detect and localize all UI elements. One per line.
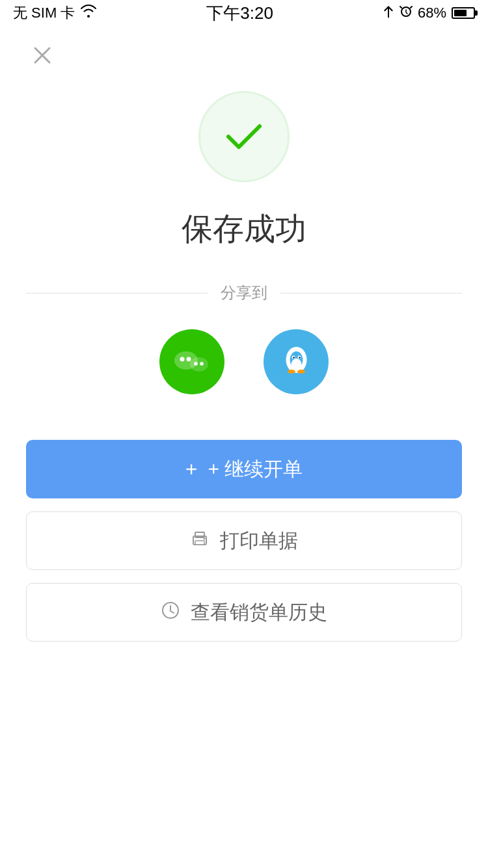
plus-icon: + (185, 457, 198, 481)
status-left: 无 SIM 卡 (13, 3, 97, 23)
wifi-icon (80, 5, 97, 21)
share-divider: 分享到 (26, 282, 462, 303)
battery-percent: 68% (418, 5, 446, 21)
svg-point-5 (187, 357, 191, 362)
sim-status: 无 SIM 卡 (13, 3, 75, 23)
svg-point-17 (297, 370, 305, 373)
action-buttons: + + 继续开单 打印单据 查看销货单历 (26, 440, 462, 642)
svg-rect-21 (195, 541, 204, 545)
divider-line-right (280, 293, 462, 293)
svg-point-4 (180, 357, 185, 362)
svg-point-22 (204, 537, 206, 539)
status-time: 下午3:20 (206, 2, 273, 25)
location-icon (383, 5, 394, 21)
print-button[interactable]: 打印单据 (26, 511, 462, 570)
svg-point-16 (288, 370, 295, 373)
svg-point-18 (291, 359, 301, 370)
status-bar: 无 SIM 卡 下午3:20 68% (0, 0, 488, 26)
share-label: 分享到 (221, 282, 267, 303)
alarm-icon (400, 5, 413, 21)
success-icon-circle (198, 91, 290, 182)
status-right: 68% (383, 5, 475, 21)
print-icon (190, 529, 210, 553)
svg-point-7 (194, 362, 198, 366)
svg-point-8 (200, 362, 204, 366)
continue-order-button[interactable]: + + 继续开单 (26, 440, 462, 498)
divider-line-left (26, 293, 208, 293)
history-icon (161, 601, 180, 625)
history-label: 查看销货单历史 (191, 599, 327, 626)
success-title: 保存成功 (182, 208, 306, 250)
share-icons (159, 329, 329, 394)
svg-point-14 (299, 357, 300, 358)
battery-icon (452, 7, 475, 19)
qq-share-button[interactable] (264, 329, 329, 394)
continue-order-label: + 继续开单 (208, 456, 303, 483)
history-button[interactable]: 查看销货单历史 (26, 583, 462, 642)
svg-point-6 (190, 357, 208, 372)
print-label: 打印单据 (220, 528, 298, 554)
svg-point-13 (293, 357, 294, 358)
close-button[interactable] (26, 39, 59, 72)
wechat-share-button[interactable] (159, 329, 224, 394)
main-content: 保存成功 分享到 (0, 26, 488, 868)
